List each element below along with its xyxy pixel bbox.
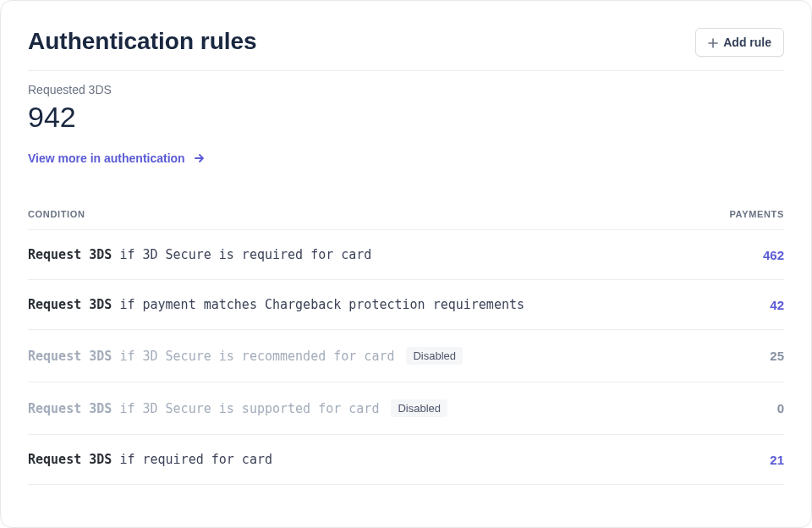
- rule-tail: if 3D Secure is recommended for card: [119, 349, 394, 364]
- stat-value: 942: [28, 102, 784, 133]
- rule-row[interactable]: Request 3DS if required for card21: [28, 435, 784, 485]
- add-rule-button[interactable]: Add rule: [695, 28, 784, 57]
- rule-condition-text: Request 3DS if payment matches Chargebac…: [28, 297, 524, 312]
- summary-block: Requested 3DS 942 View more in authentic…: [28, 71, 784, 192]
- rule-prefix: Request 3DS: [28, 297, 112, 312]
- rule-prefix: Request 3DS: [28, 349, 112, 364]
- rule-row[interactable]: Request 3DS if 3D Secure is required for…: [28, 230, 784, 280]
- rule-prefix: Request 3DS: [28, 247, 112, 262]
- col-payments: Payments: [729, 209, 784, 219]
- rule-condition-text: Request 3DS if 3D Secure is required for…: [28, 247, 371, 262]
- payments-count[interactable]: 462: [763, 248, 784, 262]
- rule-row[interactable]: Request 3DS if 3D Secure is supported fo…: [28, 382, 784, 435]
- rules-table-body: Request 3DS if 3D Secure is required for…: [28, 230, 784, 485]
- authentication-rules-panel: Authentication rules Add rule Requested …: [0, 0, 812, 528]
- rule-condition: Request 3DS if 3D Secure is supported fo…: [28, 399, 447, 417]
- rule-condition: Request 3DS if 3D Secure is required for…: [28, 247, 371, 262]
- table-header: Condition Payments: [28, 192, 784, 230]
- rule-condition-text: Request 3DS if 3D Secure is recommended …: [28, 349, 394, 364]
- disabled-badge: Disabled: [406, 347, 463, 365]
- view-more-link[interactable]: View more in authentication: [28, 151, 206, 185]
- rule-tail: if 3D Secure is required for card: [119, 247, 371, 262]
- plus-icon: [708, 37, 718, 47]
- rule-prefix: Request 3DS: [28, 401, 112, 416]
- col-condition: Condition: [28, 209, 85, 219]
- rule-tail: if required for card: [119, 452, 272, 467]
- panel-header: Authentication rules Add rule: [28, 28, 784, 71]
- arrow-right-icon: [194, 152, 206, 164]
- page-title: Authentication rules: [28, 28, 257, 55]
- rule-row[interactable]: Request 3DS if 3D Secure is recommended …: [28, 330, 784, 382]
- rule-row[interactable]: Request 3DS if payment matches Chargebac…: [28, 280, 784, 330]
- stat-label: Requested 3DS: [28, 83, 784, 96]
- payments-count[interactable]: 21: [770, 453, 784, 467]
- rule-tail: if payment matches Chargeback protection…: [119, 297, 524, 312]
- payments-count[interactable]: 42: [770, 298, 784, 312]
- rule-tail: if 3D Secure is supported for card: [119, 401, 379, 416]
- rule-condition-text: Request 3DS if required for card: [28, 452, 272, 467]
- payments-count: 0: [777, 401, 784, 415]
- rule-condition: Request 3DS if payment matches Chargebac…: [28, 297, 524, 312]
- add-rule-label: Add rule: [723, 36, 771, 49]
- rule-condition: Request 3DS if required for card: [28, 452, 272, 467]
- view-more-label: View more in authentication: [28, 151, 185, 165]
- disabled-badge: Disabled: [391, 399, 447, 417]
- rule-prefix: Request 3DS: [28, 452, 112, 467]
- rule-condition: Request 3DS if 3D Secure is recommended …: [28, 347, 463, 365]
- payments-count: 25: [770, 349, 784, 363]
- rule-condition-text: Request 3DS if 3D Secure is supported fo…: [28, 401, 379, 416]
